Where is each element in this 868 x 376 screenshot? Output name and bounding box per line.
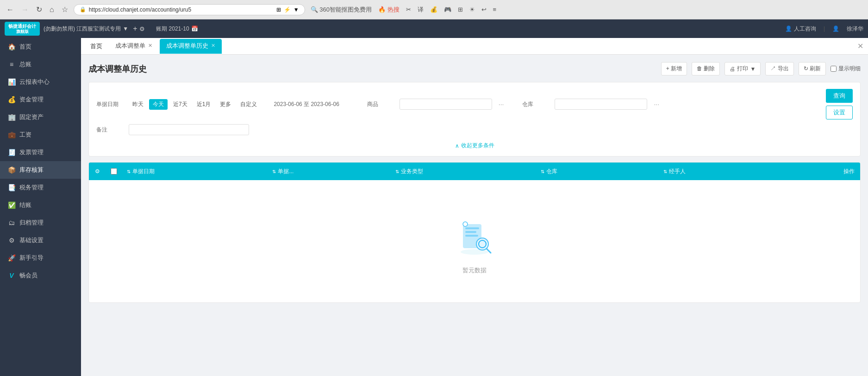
- sidebar-item-member[interactable]: V 畅会员: [0, 267, 81, 284]
- sidebar-label-salary: 工资: [19, 131, 31, 139]
- sidebar-item-archive[interactable]: 🗂 归档管理: [0, 214, 81, 232]
- sort-icon-biz-type: ⇅: [395, 169, 399, 174]
- brightness-tool[interactable]: ☀: [468, 5, 477, 14]
- select-all-checkbox[interactable]: [111, 168, 117, 175]
- sidebar-item-inventory[interactable]: 📦 库存核算: [0, 161, 81, 179]
- company-dropdown[interactable]: ▼: [123, 25, 128, 32]
- sidebar-item-guide[interactable]: 🚀 新手引导: [0, 249, 81, 267]
- consult-btn[interactable]: 👤 人工咨询: [785, 25, 816, 33]
- data-table: ⚙ ⇅ 单据日期 ⇅ 单据... ⇅ 业务类型: [88, 162, 861, 303]
- hot-search[interactable]: 🔥 热搜: [376, 5, 401, 15]
- setting-button[interactable]: 设置: [826, 106, 853, 119]
- th-warehouse-label: 仓库: [546, 168, 557, 175]
- calendar-icon[interactable]: 📅: [191, 25, 198, 32]
- menu-tool[interactable]: ≡: [491, 5, 499, 14]
- sidebar-item-reports[interactable]: 📊 云报表中心: [0, 73, 81, 91]
- goods-input[interactable]: [400, 99, 492, 110]
- consult-icon: 👤: [785, 25, 792, 32]
- sidebar-label-archive: 归档管理: [19, 219, 44, 227]
- sidebar-label-reports: 云报表中心: [19, 78, 50, 86]
- tab-home[interactable]: 首页: [86, 39, 107, 53]
- wallet-tool[interactable]: 💰: [428, 5, 439, 14]
- back-button[interactable]: ←: [5, 5, 16, 15]
- tab-cost-adjust[interactable]: 成本调整单 ✕: [109, 39, 159, 54]
- app-header: 畅捷通好会计 旗舰版 (勿删勿禁用) 江西服宝测试专用 ▼ + ⚙ 账期 202…: [0, 19, 868, 38]
- date-tab-today[interactable]: 今天: [149, 99, 168, 110]
- th-settings[interactable]: ⚙: [89, 168, 106, 175]
- logo-bottom-text: 旗舰版: [16, 29, 29, 34]
- checkout-icon: ✅: [7, 201, 16, 209]
- search-tool[interactable]: 🔍 360智能抠图免费用: [309, 5, 374, 15]
- goods-more-icon[interactable]: ···: [499, 100, 504, 108]
- th-warehouse[interactable]: ⇅ 仓库: [536, 168, 659, 175]
- th-date[interactable]: ⇅ 单据日期: [122, 168, 268, 175]
- date-tab-7days[interactable]: 近7天: [169, 99, 191, 110]
- svg-rect-3: [465, 231, 476, 233]
- url-text: https://cloud.chanjet.com/accounting/uru…: [89, 6, 274, 13]
- th-handler[interactable]: ⇅ 经手人: [659, 168, 781, 175]
- th-biz-type[interactable]: ⇅ 业务类型: [391, 168, 536, 175]
- warehouse-more-icon[interactable]: ···: [654, 100, 659, 108]
- print-button[interactable]: 🖨 打印 ▼: [724, 62, 761, 75]
- th-check[interactable]: [106, 168, 122, 175]
- note-input[interactable]: [129, 124, 249, 135]
- show-detail-checkbox[interactable]: [831, 66, 837, 72]
- th-number[interactable]: ⇅ 单据...: [268, 168, 390, 175]
- print-icon: 🖨: [730, 66, 735, 72]
- game-tool[interactable]: 🎮: [442, 5, 453, 14]
- tab-cost-adjust-history-close[interactable]: ✕: [211, 43, 215, 49]
- close-all-btn[interactable]: ✕: [857, 42, 863, 50]
- warehouse-input[interactable]: [555, 99, 647, 110]
- company-settings-icon[interactable]: ⚙: [139, 25, 145, 32]
- sidebar-item-home[interactable]: 🏠 首页: [0, 38, 81, 56]
- collapse-button[interactable]: ∧ 收起更多条件: [455, 142, 494, 150]
- sidebar-item-invoice[interactable]: 🧾 发票管理: [0, 144, 81, 161]
- scissors-tool[interactable]: ✂: [404, 5, 413, 14]
- sidebar-item-fixed-assets[interactable]: 🏢 固定资产: [0, 108, 81, 126]
- query-button[interactable]: 查询: [826, 89, 853, 103]
- ledger-icon: ≡: [7, 61, 16, 68]
- address-bar[interactable]: 🔒 https://cloud.chanjet.com/accounting/u…: [74, 4, 305, 15]
- sidebar-item-funds[interactable]: 💰 资金管理: [0, 91, 81, 108]
- bookmark-button[interactable]: ☆: [60, 4, 70, 15]
- page-title-bar: 成本调整单历史 + 新增 🗑 删除 🖨 打印 ▼ ↗ 导出 ↻ 刷新 显示明细: [88, 62, 861, 75]
- date-tab-custom[interactable]: 自定义: [237, 99, 261, 110]
- sidebar-item-salary[interactable]: 💼 工资: [0, 126, 81, 144]
- forward-button[interactable]: →: [19, 5, 31, 15]
- inventory-icon: 📦: [7, 166, 16, 174]
- lock-icon: 🔒: [80, 6, 86, 13]
- date-tab-1month[interactable]: 近1月: [193, 99, 215, 110]
- header-divider: |: [824, 25, 825, 32]
- sidebar-item-base-settings[interactable]: ⚙ 基础设置: [0, 232, 81, 249]
- apps-tool[interactable]: ⊞: [456, 5, 465, 14]
- period-value: 2021-10: [169, 25, 189, 32]
- page-content: 成本调整单历史 + 新增 🗑 删除 🖨 打印 ▼ ↗ 导出 ↻ 刷新 显示明细: [81, 55, 868, 376]
- delete-button[interactable]: 🗑 删除: [692, 62, 720, 75]
- refresh-button-toolbar[interactable]: ↻ 刷新: [799, 62, 826, 75]
- export-button[interactable]: ↗ 导出: [765, 62, 793, 75]
- tab-cost-adjust-history[interactable]: 成本调整单历史 ✕: [160, 39, 222, 54]
- sidebar-label-funds: 资金管理: [19, 95, 44, 104]
- tab-cost-adjust-close[interactable]: ✕: [148, 43, 152, 49]
- dropdown-icon[interactable]: ▼: [293, 6, 299, 13]
- date-tab-more[interactable]: 更多: [216, 99, 235, 110]
- date-tab-yesterday[interactable]: 昨天: [129, 99, 147, 110]
- sidebar-label-tax: 税务管理: [19, 183, 44, 192]
- show-detail-checkbox-wrap[interactable]: 显示明细: [831, 65, 861, 73]
- date-filter-label: 单据日期: [96, 100, 119, 108]
- sidebar-item-tax[interactable]: 📑 税务管理: [0, 179, 81, 196]
- warehouse-filter-wrap: ···: [555, 99, 659, 110]
- add-company-btn[interactable]: +: [133, 25, 137, 33]
- sidebar-item-checkout[interactable]: ✅ 结账: [0, 196, 81, 214]
- sidebar-item-ledger[interactable]: ≡ 总账: [0, 56, 81, 73]
- home-button[interactable]: ⌂: [48, 5, 56, 15]
- sidebar-label-base-settings: 基础设置: [19, 236, 44, 244]
- app-body: 🏠 首页 ≡ 总账 📊 云报表中心 💰 资金管理 🏢 固定资产 💼 工资 🧾 发…: [0, 38, 868, 376]
- undo-tool[interactable]: ↩: [480, 5, 488, 14]
- new-button[interactable]: + 新增: [661, 62, 687, 75]
- sidebar: 🏠 首页 ≡ 总账 📊 云报表中心 💰 资金管理 🏢 固定资产 💼 工资 🧾 发…: [0, 38, 81, 376]
- refresh-button[interactable]: ↻: [34, 4, 44, 15]
- translate-tool[interactable]: 译: [416, 5, 425, 15]
- goods-filter-label: 商品: [367, 100, 390, 108]
- print-dropdown-icon[interactable]: ▼: [750, 66, 756, 72]
